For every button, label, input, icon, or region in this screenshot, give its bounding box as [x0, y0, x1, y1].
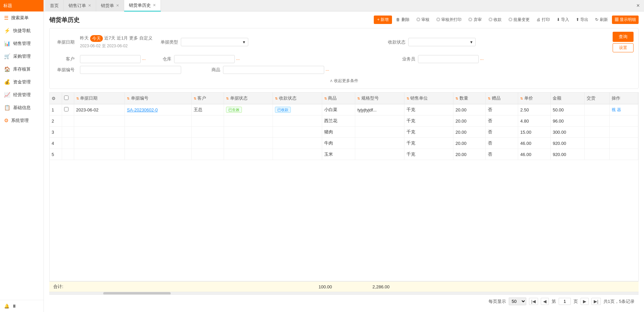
- col-spec[interactable]: ⇅ 规格型号: [355, 93, 404, 104]
- export-button[interactable]: ⬆ 导出: [573, 16, 591, 24]
- total-label: 合计:: [53, 284, 74, 290]
- audit-print-button[interactable]: ◎ 审核并打印: [433, 16, 464, 24]
- sidebar-top[interactable]: 标题: [0, 0, 44, 11]
- sidebar-item-purchase-mgmt[interactable]: 🛒 采购管理: [0, 50, 44, 63]
- shortcut-custom[interactable]: 自定义: [139, 35, 152, 42]
- audit-button[interactable]: ◎ 审核: [414, 16, 432, 24]
- table-area: ⚙ ⇅ 单据日期 ⇅ 单据编号 ⇅ 客户 ⇅ 单据状态 ⇅ 收款状态 ⇅ 商品 …: [49, 92, 639, 281]
- cell-date: 2023-06-02: [74, 104, 125, 115]
- cell-checkbox[interactable]: [62, 115, 74, 127]
- col-unit-price[interactable]: ⇅ 单价: [518, 93, 551, 104]
- page-first-button[interactable]: |◀: [529, 298, 538, 305]
- page-next-button[interactable]: ▶: [581, 298, 589, 305]
- cell-checkbox[interactable]: [62, 127, 74, 138]
- page-prev-button[interactable]: ◀: [541, 298, 549, 305]
- set-button[interactable]: 设置: [613, 43, 634, 52]
- import-button[interactable]: ⬇ 导入: [554, 16, 572, 24]
- shortcut-7days[interactable]: 近7天: [104, 35, 115, 42]
- table-row: 4 牛肉 千克 20.00 否 46.00 920.00: [50, 138, 638, 149]
- sidebar-item-basic-info[interactable]: 📋 基础信息: [0, 101, 44, 114]
- col-qty[interactable]: ⇅ 数量: [453, 93, 486, 104]
- page-number-input[interactable]: [559, 298, 571, 305]
- collect-button[interactable]: ◎ 收款: [486, 16, 504, 24]
- sidebar-item-operations[interactable]: 📈 经营管理: [0, 88, 44, 101]
- collect-status-select[interactable]: ▾: [408, 38, 476, 46]
- col-doc-status[interactable]: ⇅ 单据状态: [224, 93, 273, 104]
- page-size-select[interactable]: 50 100 200: [509, 297, 526, 305]
- col-customer[interactable]: ⇅ 客户: [191, 93, 224, 104]
- shortcut-1month[interactable]: 近1月: [117, 35, 128, 42]
- page-last-button[interactable]: ▶|: [591, 298, 600, 305]
- delete-button[interactable]: 🗑 删除: [393, 16, 412, 24]
- sidebar-item-sales-mgmt[interactable]: 📊 销售管理: [0, 37, 44, 50]
- customer-input[interactable]: [80, 55, 141, 63]
- notification-icon[interactable]: 🔔: [4, 304, 9, 309]
- tab-sales-history[interactable]: 销货单历史 ✕: [124, 0, 161, 11]
- close-sales-delivery-icon[interactable]: ✕: [116, 3, 119, 8]
- close-sales-history-icon[interactable]: ✕: [153, 3, 156, 7]
- staff-ellipsis[interactable]: ···: [480, 57, 484, 62]
- cell-checkbox[interactable]: [62, 104, 74, 115]
- table-row: 3 猪肉 千克 20.00 否 15.00 300.00: [50, 127, 638, 138]
- select-all-checkbox[interactable]: [64, 96, 68, 100]
- doc-type-select[interactable]: ▾: [181, 38, 248, 46]
- sidebar-item-search-menu[interactable]: ☰ 搜索菜单: [0, 11, 44, 24]
- pause-icon[interactable]: ⏸: [12, 304, 17, 309]
- close-sales-order-icon[interactable]: ✕: [88, 3, 91, 8]
- query-button[interactable]: 查询: [613, 32, 634, 42]
- display-detail-button[interactable]: ☰ 显示明细: [612, 16, 639, 24]
- warehouse-ellipsis[interactable]: ···: [236, 57, 240, 62]
- table-settings-icon[interactable]: ⚙: [52, 96, 56, 101]
- col-collect-status[interactable]: ⇅ 收款状态: [273, 93, 322, 104]
- col-checkbox[interactable]: [62, 93, 74, 104]
- refresh-button[interactable]: ↻ 刷新: [592, 16, 610, 24]
- sidebar-item-sys-mgmt[interactable]: ⚙ 系统管理: [0, 114, 44, 127]
- sidebar-item-label: 系统管理: [11, 118, 29, 124]
- op-view[interactable]: 视: [612, 107, 616, 112]
- col-date[interactable]: ⇅ 单据日期: [74, 93, 125, 104]
- cell-unit-price: 46.00: [518, 138, 551, 149]
- col-unit[interactable]: ⇅ 销售单位: [404, 93, 453, 104]
- col-settings[interactable]: ⚙: [50, 93, 62, 104]
- cell-amount: 300.00: [551, 127, 584, 138]
- goods-ellipsis[interactable]: ···: [326, 68, 329, 73]
- tab-home[interactable]: 首页: [45, 0, 64, 11]
- goods-input[interactable]: [223, 66, 324, 74]
- col-goods[interactable]: ⇅ 商品: [322, 93, 355, 104]
- cell-checkbox[interactable]: [62, 138, 74, 149]
- tab-home-label: 首页: [50, 3, 59, 9]
- tab-sales-history-label: 销货单历史: [129, 2, 151, 8]
- scrollbar-track[interactable]: [49, 292, 639, 294]
- new-button[interactable]: + 新增: [374, 16, 392, 24]
- collapse-more-conditions[interactable]: ∧ 收起更多条件: [54, 77, 634, 85]
- sidebar-item-finance[interactable]: 💰 资金管理: [0, 76, 44, 88]
- batch-change-button[interactable]: ◎ 批量变更: [506, 16, 532, 24]
- sidebar-item-inventory[interactable]: 🏠 库存核算: [0, 63, 44, 76]
- op-more[interactable]: 器: [617, 107, 621, 112]
- cell-doc-status: [224, 138, 273, 149]
- shortcut-more[interactable]: 更多: [129, 35, 138, 42]
- tabs-close-all[interactable]: ✕: [634, 2, 643, 9]
- col-gift[interactable]: ⇅ 赠品: [486, 93, 518, 104]
- sidebar-item-quick-nav[interactable]: ⚡ 快捷导航: [0, 24, 44, 37]
- shortcut-today[interactable]: 今天: [90, 35, 103, 42]
- staff-input[interactable]: [418, 55, 479, 63]
- cell-operation: [609, 138, 638, 149]
- warehouse-input[interactable]: [174, 55, 235, 63]
- tab-sales-delivery[interactable]: 销货单 ✕: [96, 0, 124, 11]
- tab-sales-order[interactable]: 销售订单 ✕: [64, 0, 96, 11]
- cell-collect-status: [273, 149, 322, 160]
- cell-doc-no[interactable]: SA-20230602-0: [125, 104, 192, 115]
- print-button[interactable]: 🖨 打印: [534, 16, 552, 24]
- discard-button[interactable]: ◎ 弃审: [466, 16, 484, 24]
- col-doc-no[interactable]: ⇅ 单据编号: [125, 93, 192, 104]
- cell-goods: 小白菜: [322, 104, 355, 115]
- cell-checkbox[interactable]: [62, 149, 74, 160]
- customer-ellipsis[interactable]: ···: [142, 57, 146, 62]
- table-row: 2 西兰花 千克 20.00 否 4.80 96.00: [50, 115, 638, 127]
- shortcut-yesterday[interactable]: 昨天: [80, 35, 89, 42]
- doc-no-input[interactable]: [80, 66, 181, 74]
- tab-sales-order-label: 销售订单: [68, 3, 86, 9]
- staff-filter-label: 业务员: [395, 56, 415, 62]
- cell-gift: 否: [486, 149, 518, 160]
